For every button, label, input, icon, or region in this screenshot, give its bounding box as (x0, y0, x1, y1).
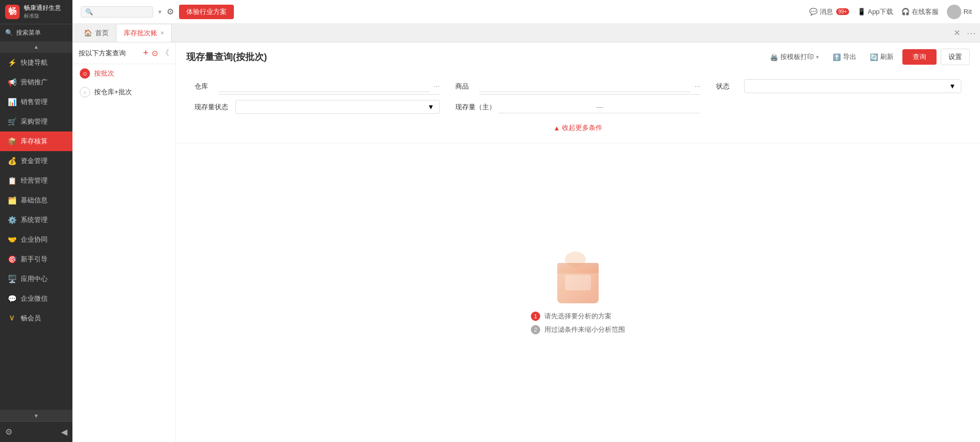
main-area: 🔍 ▾ ⚙ 体验行业方案 💬 消息 99+ 📱 App下载 🎧 在线客服 Rit (72, 0, 980, 442)
search-input[interactable] (95, 8, 147, 16)
sidebar-item-label: 营销推广 (21, 78, 48, 87)
refresh-btn[interactable]: 🔄 刷新 (865, 50, 898, 64)
sidebar-header: 畅 畅康通好生意 标准版 (0, 0, 72, 24)
user-avatar (947, 5, 961, 19)
warehouse-more-icon[interactable]: ··· (434, 82, 440, 90)
scheme-item-batch[interactable]: ⊙ 按批次 (72, 64, 175, 83)
scheme-warehouse-batch-label: 按仓库+批次 (94, 87, 132, 97)
system-icon: ⚙️ (7, 215, 17, 225)
scheme-warehouse-batch-icon: ○ (80, 87, 90, 97)
sales-icon: 📊 (7, 97, 17, 107)
settings-icon[interactable]: ⚙ (5, 427, 12, 437)
print-btn[interactable]: 🖨️ 按模板打印 ▾ (765, 50, 824, 64)
sidebar-item-apps[interactable]: 🖥️ 应用中心 (0, 269, 72, 289)
hint-number-2: 2 (531, 325, 540, 334)
sidebar-item-label: 系统管理 (21, 215, 48, 225)
filter-warehouse: 仓库 ··· (195, 78, 440, 95)
app-title: 畅康通好生意 (24, 4, 61, 12)
sidebar-footer: ⚙ ◀ (0, 421, 72, 442)
filter-section: 仓库 ··· 商品 ··· (186, 71, 970, 143)
content-area: 按以下方案查询 + ⊙ 《 ⊙ 按批次 ○ 按仓库+批次 现存量查 (72, 42, 980, 442)
product-input[interactable] (479, 80, 690, 92)
purchase-icon: 🛒 (7, 117, 17, 126)
tabbar-expand-icon[interactable]: ⋯ (967, 27, 976, 39)
page-title-row: 现存量查询(按批次) 🖨️ 按模板打印 ▾ ⬆️ 导出 🔄 (186, 49, 970, 65)
hint-number-1: 1 (531, 312, 540, 321)
app-download-btn[interactable]: 📱 App下载 (857, 7, 893, 17)
newbie-icon: 🎯 (7, 255, 17, 264)
print-chevron-icon[interactable]: ▾ (816, 54, 819, 61)
user-menu[interactable]: Rit (947, 5, 972, 19)
tab-home-label: 首页 (95, 28, 109, 38)
topbar-search-box[interactable]: 🔍 (81, 6, 153, 18)
sidebar-item-finance[interactable]: 💰 资金管理 (0, 151, 72, 171)
tab-active-label: 库存批次账 (124, 28, 157, 38)
sidebar-item-shortcuts[interactable]: ⚡ 快捷导航 (0, 53, 72, 72)
print-icon: 🖨️ (770, 53, 778, 61)
filter-row-1: 仓库 ··· 商品 ··· (195, 78, 961, 95)
marketing-icon: 📢 (7, 78, 17, 87)
sidebar-item-vip[interactable]: V 畅会员 (0, 308, 72, 328)
scheme-settings-icon[interactable]: ⊙ (152, 49, 158, 58)
left-panel-header-actions: + ⊙ 《 (143, 48, 169, 58)
left-panel-title: 按以下方案查询 (79, 49, 126, 58)
tab-inventory-batch[interactable]: 库存批次账 × (116, 24, 172, 42)
home-icon: 🏠 (84, 29, 92, 37)
sidebar-item-sales[interactable]: 📊 销售管理 (0, 92, 72, 112)
search-label: 搜索菜单 (16, 28, 41, 37)
collapse-left-panel-icon[interactable]: 《 (161, 48, 169, 58)
app-download-label: App下载 (868, 7, 893, 17)
scheme-batch-label: 按批次 (94, 69, 114, 78)
sidebar-item-operation[interactable]: 📋 经营管理 (0, 171, 72, 190)
vip-icon: V (7, 314, 17, 323)
add-scheme-btn[interactable]: + (143, 48, 149, 58)
sidebar-item-enterprise[interactable]: 🤝 企业协同 (0, 230, 72, 249)
sidebar-scroll-up[interactable]: ▲ (0, 41, 72, 53)
query-btn[interactable]: 查询 (902, 49, 937, 65)
sidebar-item-inventory[interactable]: 📦 库存核算 (0, 131, 72, 151)
tabbar-close-btn[interactable]: ✕ (949, 28, 964, 38)
sidebar-item-label: 新手引导 (21, 255, 48, 264)
topbar-chevron-icon[interactable]: ▾ (158, 8, 161, 16)
empty-hint-2: 2 用过滤条件来缩小分析范围 (531, 325, 625, 334)
tab-close-icon[interactable]: × (160, 30, 164, 37)
collapse-sidebar-icon[interactable]: ◀ (61, 427, 67, 437)
collapse-filter-btn[interactable]: ▲ 收起更多条件 (195, 119, 961, 137)
app-info: 畅康通好生意 标准版 (24, 4, 61, 20)
sidebar-scroll-down[interactable]: ▼ (0, 410, 72, 421)
online-service-btn[interactable]: 🎧 在线客服 (901, 7, 939, 17)
sidebar-item-marketing[interactable]: 📢 营销推广 (0, 72, 72, 92)
empty-hint-1: 1 请先选择要分析的方案 (531, 312, 625, 321)
inventory-status-select[interactable]: ▼ (235, 100, 440, 114)
sidebar-item-wechat[interactable]: 💬 企业微信 (0, 289, 72, 308)
filter-product: 商品 ··· (455, 78, 701, 95)
sidebar-item-label: 销售管理 (21, 97, 48, 107)
scheme-item-warehouse-batch[interactable]: ○ 按仓库+批次 (72, 83, 175, 101)
sidebar-item-purchase[interactable]: 🛒 采购管理 (0, 112, 72, 131)
sidebar-item-newbie[interactable]: 🎯 新手引导 (0, 249, 72, 269)
trial-btn[interactable]: 体验行业方案 (179, 5, 234, 19)
page-title: 现存量查询(按批次) (186, 51, 267, 63)
empty-state: 1 请先选择要分析的方案 2 用过滤条件来缩小分析范围 (176, 143, 980, 442)
page-header: 现存量查询(按批次) 🖨️ 按模板打印 ▾ ⬆️ 导出 🔄 (176, 42, 980, 143)
sidebar-nav: ⚡ 快捷导航 📢 营销推广 📊 销售管理 🛒 采购管理 📦 库存核算 💰 资金管… (0, 53, 72, 410)
message-btn[interactable]: 💬 消息 99+ (809, 7, 849, 17)
search-icon: 🔍 (85, 8, 93, 16)
product-more-icon[interactable]: ··· (694, 82, 701, 90)
sidebar-item-basic[interactable]: 🗂️ 基础信息 (0, 190, 72, 210)
topbar-gear-icon[interactable]: ⚙ (167, 7, 174, 17)
tabbar: 🏠 首页 库存批次账 × ✕ ⋯ (72, 24, 980, 42)
sidebar-item-label: 快捷导航 (21, 58, 48, 67)
sidebar-search[interactable]: 🔍 搜索菜单 (0, 24, 72, 41)
status-select[interactable]: ▼ (744, 79, 961, 93)
warehouse-input[interactable] (218, 80, 429, 92)
filter-inventory-status: 现存量状态 ▼ (195, 100, 440, 114)
sidebar-item-label: 应用中心 (21, 274, 48, 284)
tab-home[interactable]: 🏠 首页 (77, 24, 116, 42)
settings-btn[interactable]: 设置 (941, 49, 970, 65)
sidebar-item-system[interactable]: ⚙️ 系统管理 (0, 210, 72, 230)
export-btn[interactable]: ⬆️ 导出 (828, 50, 861, 64)
empty-box (557, 267, 599, 303)
left-panel: 按以下方案查询 + ⊙ 《 ⊙ 按批次 ○ 按仓库+批次 (72, 42, 176, 442)
basic-icon: 🗂️ (7, 196, 17, 205)
